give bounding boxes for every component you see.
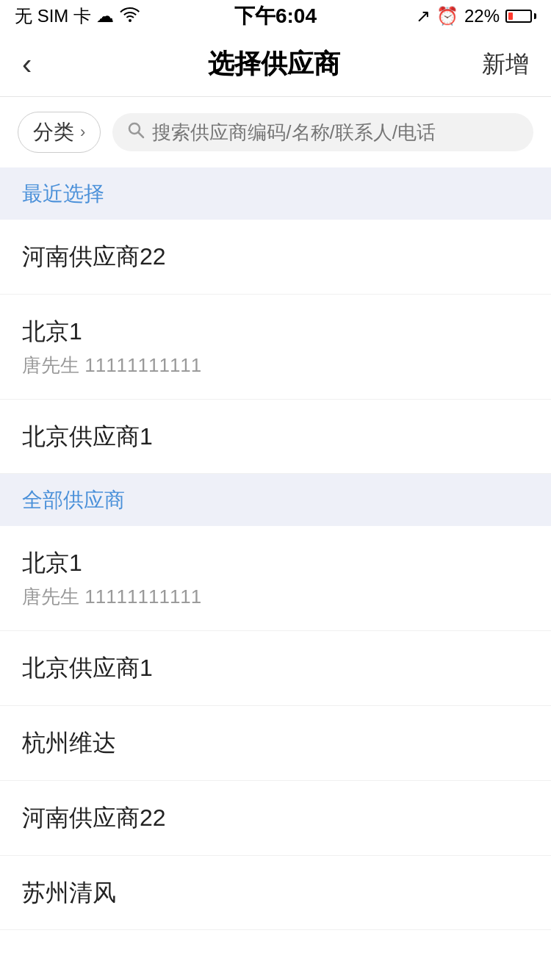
item-name: 杭州维达 <box>22 727 529 760</box>
nav-bar: ‹ 选择供应商 新增 <box>0 32 551 97</box>
location-icon: ↗ <box>416 6 431 26</box>
item-subtitle: 唐先生 11111111111 <box>22 353 529 378</box>
status-time: 下午6:04 <box>234 2 317 30</box>
page-title: 选择供应商 <box>208 46 340 82</box>
status-left: 无 SIM 卡 ☁ <box>15 4 140 28</box>
search-icon <box>127 120 145 144</box>
filter-bar: 分类 › <box>0 97 551 167</box>
item-name: 北京供应商1 <box>22 652 529 685</box>
all-section-title: 全部供应商 <box>22 489 125 511</box>
sim-status: 无 SIM 卡 ☁ <box>15 4 114 28</box>
list-item[interactable]: 河南供应商22 <box>0 220 551 295</box>
recent-items-list: 河南供应商22 北京1 唐先生 11111111111 北京供应商1 <box>0 220 551 474</box>
list-item[interactable]: 北京1 唐先生 11111111111 <box>0 526 551 631</box>
search-input[interactable] <box>152 121 519 144</box>
status-bar: 无 SIM 卡 ☁ 下午6:04 ↗ ⏰ 22% <box>0 0 551 32</box>
item-subtitle: 唐先生 11111111111 <box>22 584 529 610</box>
chevron-right-icon: › <box>80 123 85 142</box>
search-box[interactable] <box>112 113 533 151</box>
item-name: 北京1 <box>22 315 529 348</box>
list-item[interactable]: 北京1 唐先生 11111111111 <box>0 295 551 400</box>
item-name: 河南供应商22 <box>22 801 529 835</box>
back-button[interactable]: ‹ <box>22 48 66 81</box>
list-item[interactable]: 苏州清风 <box>0 856 551 931</box>
recent-section-title: 最近选择 <box>22 182 104 205</box>
all-items-list: 北京1 唐先生 11111111111 北京供应商1 杭州维达 河南供应商22 … <box>0 526 551 930</box>
item-name: 河南供应商22 <box>22 240 529 273</box>
list-item[interactable]: 北京供应商1 <box>0 400 551 475</box>
all-section-header: 全部供应商 <box>0 474 551 526</box>
item-name: 苏州清风 <box>22 876 529 909</box>
status-right: ↗ ⏰ 22% <box>416 6 536 26</box>
svg-line-1 <box>139 133 144 138</box>
wifi-icon <box>120 6 140 26</box>
list-item[interactable]: 北京供应商1 <box>0 631 551 706</box>
category-label: 分类 <box>33 118 74 146</box>
recent-section-header: 最近选择 <box>0 167 551 220</box>
alarm-icon: ⏰ <box>436 6 458 26</box>
list-item[interactable]: 河南供应商22 <box>0 781 551 856</box>
item-name: 北京1 <box>22 547 529 580</box>
category-filter-button[interactable]: 分类 › <box>18 112 101 153</box>
battery-pct: 22% <box>464 6 500 26</box>
new-action-button[interactable]: 新增 <box>482 48 529 81</box>
battery-icon <box>505 10 536 23</box>
item-name: 北京供应商1 <box>22 420 529 453</box>
list-item[interactable]: 杭州维达 <box>0 706 551 781</box>
